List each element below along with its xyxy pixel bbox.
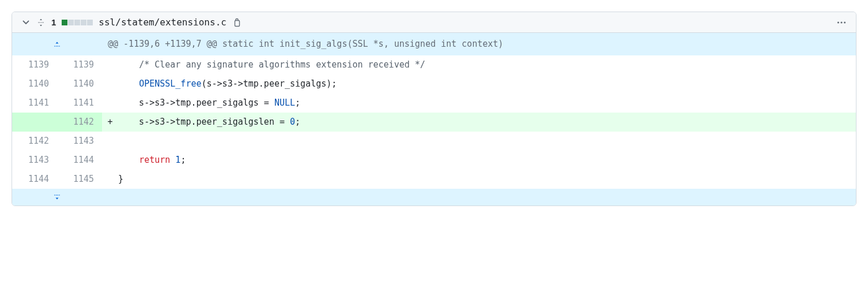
code-cell: s->s3->tmp.peer_sigalgs = NULL; xyxy=(118,94,856,113)
code-row: 11401140 OPENSSL_free(s->s3->tmp.peer_si… xyxy=(12,74,856,94)
svg-rect-4 xyxy=(235,20,239,26)
chevron-down-icon[interactable] xyxy=(21,18,31,27)
code-cell: OPENSSL_free(s->s3->tmp.peer_sigalgs); xyxy=(118,74,856,94)
line-numbers[interactable]: 11391139 xyxy=(12,55,102,74)
svg-point-14 xyxy=(58,195,59,196)
diff-marker: + xyxy=(102,113,118,132)
code-cell: } xyxy=(118,170,856,189)
change-count: 1 xyxy=(51,17,56,27)
svg-point-8 xyxy=(54,46,55,47)
line-numbers[interactable]: 11431144 xyxy=(12,151,102,170)
line-numbers[interactable]: 1142 xyxy=(12,113,102,132)
line-numbers[interactable]: 11441145 xyxy=(12,170,102,189)
code-cell: return 1; xyxy=(118,151,856,170)
code-cell: /* Clear any signature algorithms extens… xyxy=(118,55,856,74)
diff-marker xyxy=(102,151,118,170)
diffstat-block-neutral xyxy=(87,20,93,25)
diff-marker xyxy=(102,94,118,113)
diff-marker xyxy=(102,132,118,151)
svg-point-7 xyxy=(844,21,846,23)
expand-down-icon[interactable] xyxy=(12,189,102,205)
expand-up-icon[interactable] xyxy=(12,33,102,55)
svg-point-0 xyxy=(38,22,39,23)
expand-down-row xyxy=(12,189,856,205)
diff-table: @@ -1139,6 +1139,7 @@ static int init_si… xyxy=(12,33,856,205)
diff-marker xyxy=(102,55,118,74)
code-row: 11421143 xyxy=(12,132,856,151)
svg-point-9 xyxy=(56,46,57,47)
hunk-header-text: @@ -1139,6 +1139,7 @@ static int init_si… xyxy=(102,33,856,55)
diffstat xyxy=(62,20,93,25)
diffstat-block-neutral xyxy=(74,20,80,25)
code-row: 11441145 } xyxy=(12,170,856,189)
svg-point-12 xyxy=(54,195,55,196)
svg-point-15 xyxy=(59,195,60,196)
line-numbers[interactable]: 11411141 xyxy=(12,94,102,113)
line-numbers[interactable]: 11401140 xyxy=(12,74,102,94)
diff-marker xyxy=(102,74,118,94)
file-path[interactable]: ssl/statem/extensions.c xyxy=(99,17,227,28)
file-header: 1 ssl/statem/extensions.c xyxy=(12,12,856,33)
svg-point-6 xyxy=(840,21,842,23)
hunk-header-row: @@ -1139,6 +1139,7 @@ static int init_si… xyxy=(12,33,856,55)
copy-icon[interactable] xyxy=(232,18,241,27)
code-cell: s->s3->tmp.peer_sigalgslen = 0; xyxy=(118,113,856,132)
diffstat-block-add xyxy=(62,20,67,25)
svg-point-3 xyxy=(43,22,44,23)
code-row: 11411141 s->s3->tmp.peer_sigalgs = NULL; xyxy=(12,94,856,113)
diffstat-block-neutral xyxy=(68,20,74,25)
code-row: 11391139 /* Clear any signature algorith… xyxy=(12,55,856,74)
svg-point-2 xyxy=(41,22,43,23)
diff-marker xyxy=(102,170,118,189)
svg-point-13 xyxy=(56,195,57,196)
svg-point-10 xyxy=(58,46,59,47)
expand-all-icon[interactable] xyxy=(36,18,46,27)
svg-point-11 xyxy=(59,46,60,47)
line-numbers[interactable]: 11421143 xyxy=(12,132,102,151)
svg-point-1 xyxy=(40,22,41,23)
svg-point-5 xyxy=(837,21,839,23)
code-cell xyxy=(118,132,856,151)
kebab-menu-icon[interactable] xyxy=(836,17,847,28)
code-row: 1142+ s->s3->tmp.peer_sigalgslen = 0; xyxy=(12,113,856,132)
diff-file: 1 ssl/statem/extensions.c xyxy=(12,12,856,206)
code-row: 11431144 return 1; xyxy=(12,151,856,170)
diffstat-block-neutral xyxy=(81,20,86,25)
